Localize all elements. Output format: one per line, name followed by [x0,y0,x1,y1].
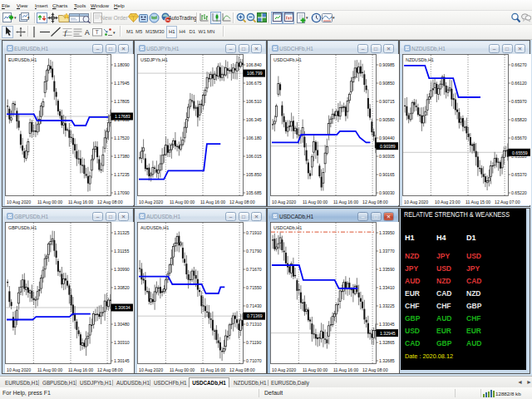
svg-text:0.66270: 0.66270 [511,62,527,67]
svg-text:11 Aug 16:00: 11 Aug 16:00 [200,367,225,372]
svg-text:1.33770: 1.33770 [379,249,395,254]
svg-text:1.31325: 1.31325 [114,230,130,235]
svg-text:0.65559: 0.65559 [512,150,528,155]
svg-text:11 Aug 00:00: 11 Aug 00:00 [170,367,195,372]
svg-text:1.33950: 1.33950 [379,230,395,235]
svg-text:11 Aug 16:00: 11 Aug 16:00 [68,200,93,204]
svg-text:T: T [96,29,100,35]
svg-text:106.840: 106.840 [246,62,262,67]
svg-text:0.71430: 0.71430 [246,303,262,308]
svg-text:EURUSDb,H1: EURUSDb,H1 [8,57,37,62]
svg-text:106.015: 106.015 [246,154,262,159]
svg-text:12 Aug 08:00: 12 Aug 08:00 [97,367,123,372]
svg-text:11 Aug 16:00: 11 Aug 16:00 [333,200,358,204]
svg-text:USDJPYb,H1: USDJPYb,H1 [140,57,168,62]
svg-text:1.18090: 1.18090 [114,62,130,67]
svg-text:1.31155: 1.31155 [114,249,129,254]
svg-text:1.17683: 1.17683 [115,114,131,119]
svg-text:1.33045: 1.33045 [379,322,395,327]
svg-text:106.180: 106.180 [246,135,262,140]
svg-text:11 Aug 00:00: 11 Aug 00:00 [303,367,328,372]
svg-text:1.32685: 1.32685 [379,358,395,363]
svg-text:1.17235: 1.17235 [114,172,130,177]
svg-text:1.17805: 1.17805 [114,99,130,104]
svg-text:1.17520: 1.17520 [114,135,130,140]
svg-text:0.65670: 0.65670 [511,135,527,140]
svg-text:AUDUSDb,H1: AUDUSDb,H1 [140,225,169,230]
svg-text:0.71369: 0.71369 [247,313,263,318]
svg-text:0.71790: 0.71790 [246,249,262,254]
svg-text:0.90389: 0.90389 [380,144,396,149]
svg-text:1.17380: 1.17380 [114,154,130,159]
svg-text:1.30990: 1.30990 [114,267,130,272]
svg-text:11 Aug 00:00: 11 Aug 00:00 [37,200,62,204]
svg-text:0.71550: 0.71550 [246,285,262,290]
svg-text:10 Aug 2020: 10 Aug 2020 [404,200,428,204]
svg-text:RELATIVE STRENGTH & WEAKNESS: RELATIVE STRENGTH & WEAKNESS [404,210,510,219]
svg-text:0.90030: 0.90030 [379,190,395,195]
svg-text:0.90440: 0.90440 [379,135,395,140]
svg-text:106.675: 106.675 [246,81,262,86]
svg-text:105.685: 105.685 [246,190,262,195]
svg-text:106.799: 106.799 [247,71,263,76]
svg-text:0.65370: 0.65370 [511,172,527,177]
svg-text:1.33225: 1.33225 [379,303,395,308]
svg-text:11 Aug 00:00: 11 Aug 00:00 [170,200,195,204]
svg-text:GBPUSDb,H1: GBPUSDb,H1 [8,225,37,230]
svg-text:0.66120: 0.66120 [511,81,527,86]
svg-text:0.90165: 0.90165 [379,172,395,177]
svg-text:10 Aug 2020: 10 Aug 2020 [272,200,296,204]
svg-text:0.71910: 0.71910 [246,230,262,235]
svg-text:106.345: 106.345 [246,117,262,122]
svg-text:0.90305: 0.90305 [379,154,395,159]
svg-text:0.71070: 0.71070 [246,358,262,363]
svg-text:1.17090: 1.17090 [114,190,130,195]
svg-text:1.30820: 1.30820 [114,285,130,290]
svg-text:1.32945: 1.32945 [380,331,396,336]
svg-text:10 Aug 2020: 10 Aug 2020 [139,200,163,204]
svg-text:10 Aug 2020: 10 Aug 2020 [7,367,31,372]
svg-text:0.65220: 0.65220 [511,190,527,195]
svg-text:USDCHFb,H1: USDCHFb,H1 [273,57,302,62]
svg-text:10 Aug 23:00: 10 Aug 23:00 [435,200,461,204]
svg-text:12 Aug 07:00: 12 Aug 07:00 [495,200,520,204]
svg-text:1.30634: 1.30634 [115,305,131,310]
svg-text:0.90985: 0.90985 [379,62,395,67]
svg-text:11 Aug 16:00: 11 Aug 16:00 [200,200,225,204]
svg-text:106.510: 106.510 [246,99,262,104]
svg-text:1.17945: 1.17945 [114,81,130,86]
svg-text:10 Aug 2020: 10 Aug 2020 [139,367,163,372]
svg-text:105.850: 105.850 [246,172,262,177]
svg-text:11 Aug 00:00: 11 Aug 00:00 [303,200,328,204]
svg-text:0.90580: 0.90580 [379,117,395,122]
svg-text:NZDUSDb,H1: NZDUSDb,H1 [406,57,434,62]
svg-text:0.90850: 0.90850 [379,81,395,86]
svg-text:0.65820: 0.65820 [511,117,527,122]
svg-text:1.32865: 1.32865 [379,340,395,345]
svg-text:USDCADb,H1: USDCADb,H1 [273,225,302,230]
svg-text:1.33410: 1.33410 [379,285,395,290]
svg-text:12 Aug 08:00: 12 Aug 08:00 [97,200,123,204]
svg-text:12 Aug 08:00: 12 Aug 08:00 [362,367,388,372]
svg-text:12 Aug 08:00: 12 Aug 08:00 [229,367,255,372]
svg-text:1.30480: 1.30480 [114,322,130,327]
svg-text:1.33590: 1.33590 [379,267,395,272]
svg-text:12 Aug 08:00: 12 Aug 08:00 [362,200,388,204]
svg-text:0.71190: 0.71190 [246,340,261,345]
svg-text:10 Aug 2020: 10 Aug 2020 [7,200,31,204]
svg-text:0.65970: 0.65970 [511,99,527,104]
svg-text:1.30310: 1.30310 [114,340,130,345]
svg-text:12 Aug 08:00: 12 Aug 08:00 [229,200,255,204]
svg-text:11 Aug 15:00: 11 Aug 15:00 [466,200,490,204]
svg-text:0.71670: 0.71670 [246,267,262,272]
svg-text:0.90715: 0.90715 [379,99,395,104]
svg-text:10 Aug 2020: 10 Aug 2020 [272,367,296,372]
svg-text:11 Aug 00:00: 11 Aug 00:00 [37,367,62,372]
svg-text:0.71310: 0.71310 [246,322,262,327]
svg-text:11 Aug 16:00: 11 Aug 16:00 [333,367,358,372]
svg-text:1.30145: 1.30145 [114,358,130,363]
svg-text:11 Aug 16:00: 11 Aug 16:00 [68,367,93,372]
